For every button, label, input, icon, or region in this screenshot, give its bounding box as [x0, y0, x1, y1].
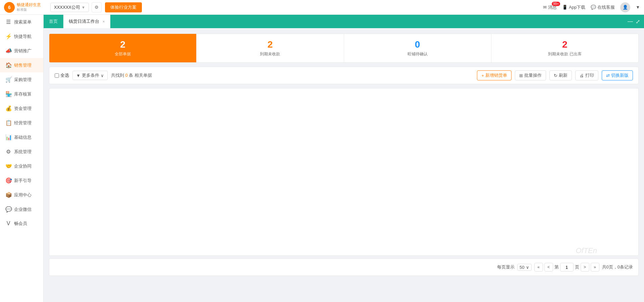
cooperation-icon: 🤝 [5, 163, 11, 169]
select-all-checkbox[interactable]: 全选 [55, 72, 69, 78]
tab-minimize-icon[interactable]: — [628, 18, 633, 24]
stat-card-pending[interactable]: 0 旺铺待确认 [344, 34, 491, 62]
experience-button[interactable]: 体验行业方案 [105, 2, 142, 12]
print-label: 打印 [585, 72, 594, 78]
sidebar-label-app-center: 应用中心 [14, 192, 32, 198]
sidebar-item-operations[interactable]: 📋 经营管理 [0, 116, 43, 130]
page-size-arrow: ∨ [526, 265, 529, 270]
sidebar-label-operations: 经营管理 [14, 120, 32, 126]
sidebar-item-finance[interactable]: 💰 资金管理 [0, 101, 43, 116]
sidebar-item-wechat[interactable]: 💬 企业微信 [0, 202, 43, 217]
sidebar-item-system[interactable]: ⚙ 系统管理 [0, 144, 43, 159]
sidebar-label-wechat: 企业微信 [14, 206, 32, 213]
total-label: 共0页，0条记录 [602, 264, 633, 270]
page-suffix: 页 [575, 264, 579, 270]
sidebar-label-quick-nav: 快捷导航 [14, 34, 32, 40]
guide-icon: 🎯 [5, 177, 11, 184]
batch-label: 批量操作 [524, 72, 542, 78]
switch-label: 切换新版 [611, 72, 629, 78]
sidebar-item-cooperation[interactable]: 🤝 企业协同 [0, 159, 43, 173]
sidebar-item-inventory[interactable]: 🏪 库存核算 [0, 87, 43, 101]
stat-card-overdue[interactable]: 2 到期未收款 [197, 34, 344, 62]
stat-card-all[interactable]: 2 全部单据 [49, 34, 197, 62]
sidebar-item-basic-info[interactable]: 📊 基础信息 [0, 130, 43, 144]
tab-home[interactable]: 首页 [44, 15, 63, 28]
tab-restore-icon[interactable]: ⤢ [636, 18, 640, 25]
first-page-button[interactable]: « [534, 263, 543, 271]
sidebar-label-search-menu: 搜索菜单 [14, 19, 32, 25]
add-sales-label: 新增销货单 [485, 72, 507, 78]
pagination-bar: 每页显示 50 ∨ « < 第 页 > » 共0页，0条记录 [49, 258, 639, 276]
stat-num-all: 2 [56, 39, 190, 50]
online-service-action[interactable]: 💬 在线客服 [591, 4, 615, 10]
search-menu-icon: ☰ [5, 19, 11, 25]
system-icon: ⚙ [5, 148, 11, 155]
top-bar-right: ✉ 消息 99+ 📱 App下载 💬 在线客服 👤 ▼ [543, 2, 640, 12]
purchase-icon: 🛒 [5, 76, 11, 83]
tab-close-icon[interactable]: × [103, 19, 105, 23]
logo-icon: 6 [4, 2, 15, 13]
sidebar-label-cooperation: 企业协同 [14, 163, 32, 169]
wechat-icon: 💬 [5, 206, 11, 213]
sidebar-item-search-menu[interactable]: ☰ 搜索菜单 [0, 15, 43, 29]
sidebar-label-system: 系统管理 [14, 149, 32, 155]
add-sales-order-button[interactable]: + 新增销货单 [477, 70, 512, 80]
per-page-label: 每页显示 [497, 264, 515, 270]
user-avatar[interactable]: 👤 [620, 2, 630, 12]
member-icon: V [5, 221, 11, 227]
prev-page-button[interactable]: < [544, 263, 553, 271]
count-info: 共找到 0 条 相关单据 [111, 72, 152, 78]
print-button[interactable]: 🖨 打印 [575, 70, 598, 80]
sidebar-label-member: 畅会员 [14, 221, 27, 227]
sidebar-item-marketing[interactable]: 📣 营销推广 [0, 44, 43, 58]
stat-num-pending: 0 [351, 39, 484, 50]
stat-card-shipped[interactable]: 2 到期未收款 已出库 [491, 34, 638, 62]
sidebar-label-finance: 资金管理 [14, 106, 32, 112]
page-size-select[interactable]: 50 ∨ [517, 264, 531, 271]
sidebar-item-app-center[interactable]: 📦 应用中心 [0, 188, 43, 202]
count-prefix: 共找到 [111, 73, 124, 78]
chevron-down-icon: ▼ [636, 5, 640, 10]
app-name: 畅捷通好生意 [17, 2, 41, 8]
refresh-button[interactable]: ↻ 刷新 [549, 70, 572, 80]
batch-icon: ⊞ [519, 73, 523, 78]
app-logo: 6 畅捷通好生意 标准版 [4, 2, 48, 13]
quick-nav-icon: ⚡ [5, 33, 11, 40]
toolbar-right: + 新增销货单 ⊞ 批量操作 ↻ 刷新 🖨 打印 ⇄ 切换新版 [477, 70, 633, 80]
company-selector[interactable]: XXXXXX公司 ▼ [50, 3, 89, 12]
select-all-input[interactable] [55, 73, 59, 78]
company-arrow: ▼ [82, 5, 85, 9]
sales-icon: 🏠 [5, 62, 11, 68]
user-name-area[interactable]: ▼ [636, 5, 640, 10]
last-page-button[interactable]: » [591, 263, 599, 271]
switch-version-button[interactable]: ⇄ 切换新版 [602, 70, 633, 80]
page-input[interactable] [560, 263, 574, 271]
count-suffix: 相关单据 [135, 73, 152, 78]
filter-icon: ▼ [76, 73, 80, 78]
batch-operation-button[interactable]: ⊞ 批量操作 [515, 70, 546, 80]
sidebar-item-purchase[interactable]: 🛒 采购管理 [0, 72, 43, 87]
filter-button[interactable]: ▼ 更多条件 ∨ [72, 71, 108, 80]
inventory-icon: 🏪 [5, 91, 11, 97]
sidebar-label-guide: 新手引导 [14, 178, 32, 184]
sidebar-item-member[interactable]: V 畅会员 [0, 217, 43, 231]
message-icon: ✉ [543, 5, 547, 10]
content-area [49, 88, 639, 256]
count-value: 0 [125, 73, 128, 78]
tab-active[interactable]: 钱货日清工作台 × [63, 15, 110, 28]
sidebar-label-inventory: 库存核算 [14, 91, 32, 97]
sidebar-item-quick-nav[interactable]: ⚡ 快捷导航 [0, 29, 43, 44]
message-action[interactable]: ✉ 消息 99+ [543, 4, 557, 10]
page-prefix: 第 [554, 264, 559, 270]
app-download-action[interactable]: 📱 App下载 [562, 4, 585, 10]
basic-info-icon: 📊 [5, 134, 11, 140]
settings-button[interactable]: ⚙ [92, 2, 102, 12]
next-page-button[interactable]: > [581, 263, 589, 271]
select-all-label: 全选 [60, 72, 69, 78]
stat-label-pending: 旺铺待确认 [351, 51, 484, 57]
sidebar-item-sales[interactable]: 🏠 销售管理 [0, 58, 43, 72]
sidebar-item-guide[interactable]: 🎯 新手引导 [0, 173, 43, 188]
finance-icon: 💰 [5, 105, 11, 112]
app-edition: 标准版 [17, 7, 41, 12]
add-icon: + [481, 73, 484, 78]
